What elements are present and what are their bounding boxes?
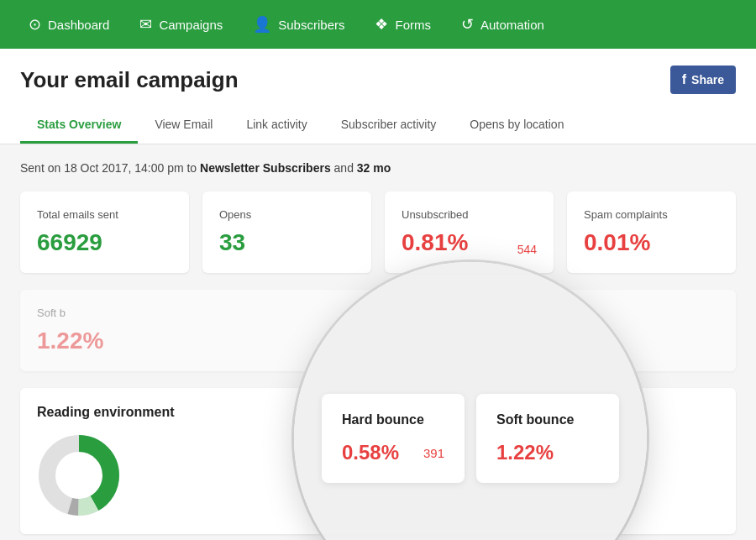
- stat-count-unsubscribed: 544: [517, 243, 537, 256]
- nav-item-campaigns[interactable]: ✉ Campaigns: [124, 0, 238, 49]
- tab-bar: Stats Overview View Email Link activity …: [20, 107, 736, 144]
- hard-bounce-value: 0.58%: [342, 441, 399, 464]
- page-title: Your email campaign: [20, 67, 239, 93]
- stat-label-opens: Opens: [219, 208, 354, 221]
- sent-list: Newsletter Subscribers: [200, 161, 331, 175]
- magnifier-content: Hard bounce 0.58% 391 Soft bounce 1.22%: [297, 369, 644, 508]
- stat-value-total-sent: 66929: [37, 229, 172, 256]
- stat-label-total-sent: Total emails sent: [37, 208, 172, 221]
- stat-card-opens: Opens 33: [202, 191, 371, 273]
- hard-bounce-count: 391: [423, 446, 444, 460]
- stat-label-spam: Spam complaints: [584, 208, 719, 221]
- soft-bounce-value: 1.22%: [496, 441, 554, 464]
- top-navigation: ⊙ Dashboard ✉ Campaigns 👤 Subscribers ❖ …: [0, 0, 756, 49]
- automation-icon: ↺: [461, 15, 474, 34]
- nav-label-dashboard: Dashboard: [48, 18, 109, 32]
- soft-bounce-card: Soft bounce 1.22%: [476, 394, 619, 483]
- stat-value-opens: 33: [219, 229, 354, 256]
- nav-label-campaigns: Campaigns: [159, 18, 223, 32]
- nav-label-subscribers: Subscribers: [278, 18, 344, 32]
- soft-bounce-label: Soft bounce: [496, 412, 599, 427]
- sent-info: Sent on 18 Oct 2017, 14:00 pm to Newslet…: [20, 161, 736, 175]
- tab-link-activity[interactable]: Link activity: [229, 107, 323, 144]
- tab-opens-by-location[interactable]: Opens by location: [453, 107, 580, 144]
- nav-item-automation[interactable]: ↺ Automation: [446, 0, 559, 49]
- page-header: Your email campaign f Share Stats Overvi…: [0, 49, 756, 144]
- forms-icon: ❖: [375, 15, 388, 34]
- stat-card-total-sent: Total emails sent 66929: [20, 191, 189, 273]
- tab-view-email[interactable]: View Email: [138, 107, 229, 144]
- share-button[interactable]: f Share: [670, 66, 736, 94]
- hard-bounce-label: Hard bounce: [342, 412, 444, 427]
- donut-chart: [37, 433, 121, 517]
- hard-bounce-card: Hard bounce 0.58% 391: [322, 394, 465, 483]
- stat-value-spam: 0.01%: [584, 229, 719, 256]
- stat-value-unsubscribed: 0.81%: [402, 229, 468, 256]
- stat-label-unsubscribed: Unsubscribed: [402, 208, 537, 221]
- stat-card-spam: Spam complaints 0.01%: [567, 191, 736, 273]
- campaigns-icon: ✉: [139, 15, 152, 34]
- nav-item-forms[interactable]: ❖ Forms: [360, 0, 446, 49]
- nav-label-automation: Automation: [480, 18, 544, 32]
- sent-suffix: 32 mo: [357, 161, 391, 175]
- tab-subscriber-activity[interactable]: Subscriber activity: [324, 107, 454, 144]
- share-button-label: Share: [691, 73, 724, 87]
- nav-label-forms: Forms: [395, 18, 431, 32]
- main-content: Sent on 18 Oct 2017, 14:00 pm to Newslet…: [0, 144, 756, 540]
- nav-item-subscribers[interactable]: 👤 Subscribers: [238, 0, 360, 49]
- subscribers-icon: 👤: [253, 15, 271, 34]
- dashboard-icon: ⊙: [29, 15, 41, 34]
- facebook-icon: f: [682, 72, 686, 87]
- stat-card-unsubscribed: Unsubscribed 0.81% 544: [385, 191, 554, 273]
- tab-stats-overview[interactable]: Stats Overview: [20, 107, 138, 144]
- nav-item-dashboard[interactable]: ⊙ Dashboard: [13, 0, 124, 49]
- stats-grid: Total emails sent 66929 Opens 33 Unsubsc…: [20, 191, 736, 273]
